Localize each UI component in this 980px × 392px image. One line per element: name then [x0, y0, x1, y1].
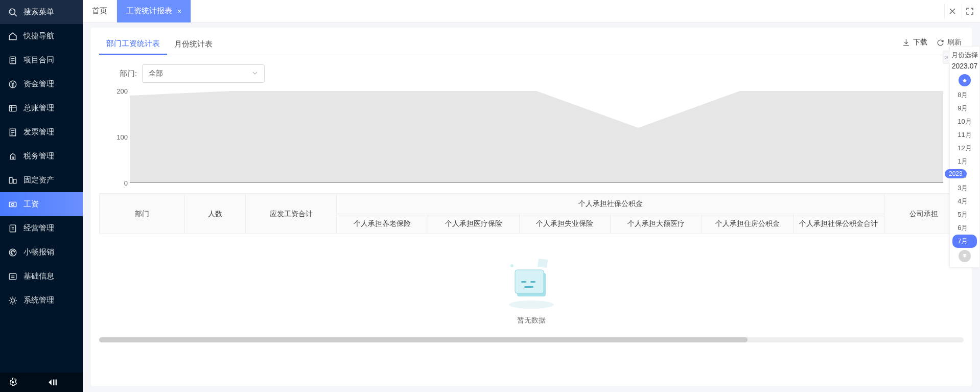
svg-point-22 — [510, 264, 514, 267]
contract-icon — [8, 56, 17, 65]
sidebar-item-2[interactable]: 项目合同 — [0, 48, 83, 72]
sidebar-item-4[interactable]: 总账管理 — [0, 96, 83, 120]
svg-rect-6 — [13, 179, 16, 183]
department-select[interactable]: 全部 — [142, 64, 265, 83]
invoice-icon — [8, 128, 17, 137]
content: 部门工资统计表月份统计表 下载 刷新 — [83, 22, 980, 392]
chart-y-tick: 100 — [116, 133, 128, 141]
th-sub-2: 个人承担失业保险 — [519, 214, 611, 234]
sidebar-item-label: 搜索菜单 — [24, 7, 54, 17]
sidebar-item-12[interactable]: 系统管理 — [0, 288, 83, 312]
sidebar-item-label: 快捷导航 — [24, 31, 54, 41]
gear-icon[interactable] — [8, 378, 17, 387]
fullscreen-icon[interactable] — [962, 4, 977, 19]
tab-label: 工资统计报表 — [126, 6, 172, 16]
sidebar-item-label: 总账管理 — [24, 103, 54, 113]
th-left-0: 部门 — [100, 194, 185, 234]
salary-table: 部门人数应发工资合计个人承担社保公积金公司承担个人承担养老保险个人承担医疗保险个… — [99, 194, 964, 234]
month-picker-collapse-icon[interactable]: » — [943, 51, 950, 64]
horizontal-scrollbar[interactable] — [99, 337, 964, 342]
th-sub-4: 个人承担住房公积金 — [702, 214, 793, 234]
th-sub-1: 个人承担医疗保险 — [428, 214, 520, 234]
sub-tab-0[interactable]: 部门工资统计表 — [99, 34, 167, 55]
svg-rect-19 — [530, 281, 535, 283]
sidebar-item-0[interactable]: 搜索菜单 — [0, 0, 83, 24]
month-option-10[interactable]: 6月 — [952, 221, 976, 235]
sidebar-item-label: 税务管理 — [24, 151, 54, 161]
empty-text: 暂无数据 — [99, 316, 964, 325]
sidebar-item-11[interactable]: 基础信息 — [0, 264, 83, 288]
svg-point-0 — [9, 9, 15, 14]
sidebar-item-3[interactable]: 资金管理 — [0, 72, 83, 96]
tab-1[interactable]: 工资统计报表× — [117, 0, 191, 22]
base-icon — [8, 272, 17, 281]
sidebar-item-6[interactable]: 税务管理 — [0, 144, 83, 168]
svg-marker-21 — [538, 259, 548, 268]
month-option-7[interactable]: 3月 — [952, 181, 976, 195]
svg-point-15 — [509, 301, 554, 309]
download-icon — [902, 39, 910, 47]
sidebar-footer — [0, 373, 83, 392]
close-icon[interactable]: × — [177, 7, 181, 15]
svg-point-12 — [11, 298, 15, 302]
chart-plot — [130, 91, 943, 183]
filter-label: 部门: — [120, 69, 137, 79]
tab-label: 首页 — [92, 6, 107, 16]
sidebar-item-5[interactable]: 发票管理 — [0, 120, 83, 144]
home-icon — [8, 32, 17, 41]
sidebar-item-10[interactable]: 小畅报销 — [0, 240, 83, 264]
collapse-sidebar-icon[interactable] — [48, 378, 57, 387]
sidebar-item-1[interactable]: 快捷导航 — [0, 24, 83, 48]
month-picker-current: 2023.07 — [952, 62, 978, 70]
month-option-2[interactable]: 10月 — [952, 115, 976, 128]
month-option-3[interactable]: 11月 — [952, 128, 976, 142]
sub-tabs: 部门工资统计表月份统计表 下载 刷新 — [99, 34, 964, 55]
svg-rect-9 — [10, 225, 15, 232]
main: 首页工资统计报表× 部门工资统计表月份统计表 — [83, 0, 980, 392]
asset-icon — [8, 176, 17, 185]
chart-y-axis: 0100200 — [107, 91, 128, 183]
sidebar-item-label: 发票管理 — [24, 127, 54, 137]
chevron-down-icon — [252, 70, 258, 78]
sub-tab-label: 部门工资统计表 — [106, 39, 160, 48]
month-option-11[interactable]: 7月 — [952, 235, 976, 248]
month-picker-down-icon[interactable] — [959, 250, 971, 262]
sidebar-item-label: 经营管理 — [24, 223, 54, 233]
chart: 0100200 — [130, 91, 943, 183]
month-option-5[interactable]: 1月 — [952, 155, 976, 168]
month-option-0[interactable]: 8月 — [952, 88, 976, 102]
sidebar-item-8[interactable]: 工资 — [0, 192, 83, 216]
month-picker-year-badge: 2023 — [945, 169, 967, 178]
month-option-9[interactable]: 5月 — [952, 208, 976, 221]
th-sub-3: 个人承担大额医疗 — [611, 214, 702, 234]
month-option-8[interactable]: 4月 — [952, 195, 976, 208]
month-option-4[interactable]: 12月 — [952, 142, 976, 155]
sidebar-item-9[interactable]: 经营管理 — [0, 216, 83, 240]
tab-close-icon[interactable] — [944, 4, 960, 19]
month-option-1[interactable]: 9月 — [952, 102, 976, 115]
svg-point-10 — [9, 249, 16, 256]
filter-row: 部门: 全部 — [99, 55, 964, 88]
month-picker: » 月份选择 2023.07 8月9月10月11月12月1月2月3月4月5月6月… — [949, 46, 980, 268]
tabs-bar: 首页工资统计报表× — [83, 0, 980, 22]
th-left-2: 应发工资合计 — [245, 194, 337, 234]
sidebar-item-label: 固定资产 — [24, 175, 54, 185]
search-icon — [8, 8, 17, 17]
chart-y-tick: 0 — [124, 179, 128, 187]
salary-icon — [8, 200, 17, 209]
refresh-icon — [937, 39, 944, 47]
sub-tab-1[interactable]: 月份统计表 — [167, 34, 220, 54]
month-picker-title: 月份选择 — [951, 51, 978, 60]
sidebar: 搜索菜单快捷导航项目合同资金管理总账管理发票管理税务管理固定资产工资经营管理小畅… — [0, 0, 83, 392]
select-value: 全部 — [149, 69, 163, 78]
ledger-icon — [8, 104, 17, 113]
th-sub-0: 个人承担养老保险 — [337, 214, 428, 234]
th-sub-5: 个人承担社保公积金合计 — [793, 214, 884, 234]
biz-icon — [8, 224, 17, 233]
month-picker-up-icon[interactable] — [959, 74, 971, 86]
tab-0[interactable]: 首页 — [83, 0, 117, 22]
svg-rect-5 — [9, 177, 12, 183]
sidebar-item-label: 资金管理 — [24, 79, 54, 89]
download-button[interactable]: 下载 — [902, 38, 927, 47]
sidebar-item-7[interactable]: 固定资产 — [0, 168, 83, 192]
